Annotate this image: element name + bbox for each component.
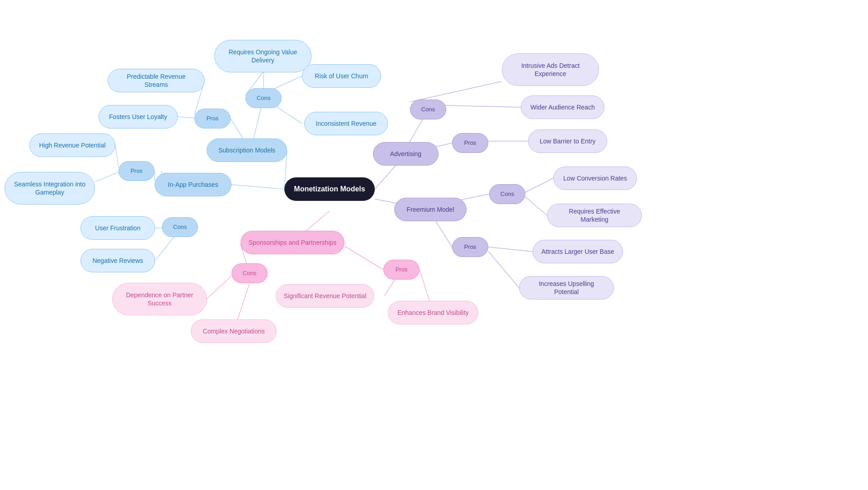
sponsorships-label: Sponsorships and Partnerships: [249, 238, 337, 247]
intrusive-ads-label: Intrusive Ads Detract Experience: [509, 62, 591, 78]
risk-churn-label: Risk of User Churn: [315, 72, 368, 80]
low-barrier-node: Low Barrier to Entry: [528, 129, 607, 153]
requires-marketing-node: Requires Effective Marketing: [547, 204, 642, 227]
iap-pros-node: Pros: [118, 161, 155, 181]
sp-pros-label: Pros: [396, 266, 408, 274]
dependence-label: Dependence on Partner Success: [120, 291, 199, 307]
negative-reviews-node: Negative Reviews: [80, 249, 155, 272]
dependence-partner-node: Dependence on Partner Success: [112, 283, 207, 315]
predictable-revenue-label: Predictable Revenue Streams: [115, 72, 197, 89]
fosters-loyalty-label: Fosters User Loyalty: [109, 113, 167, 121]
increases-upselling-node: Increases Upselling Potential: [519, 276, 614, 300]
significant-revenue-node: Significant Revenue Potential: [276, 284, 374, 308]
negative-reviews-label: Negative Reviews: [92, 257, 143, 265]
high-revenue-node: High Revenue Potential: [29, 133, 115, 157]
subscription-label: Subscription Models: [218, 146, 275, 154]
in-app-purchases-node: In-App Purchases: [155, 173, 231, 196]
freemium-model-node: Freemium Model: [394, 198, 467, 221]
subscription-models-node: Subscription Models: [207, 138, 287, 162]
inconsistent-revenue-node: Inconsistent Revenue: [304, 112, 388, 135]
adv-cons-label: Cons: [421, 106, 435, 114]
svg-line-26: [525, 178, 553, 192]
wider-audience-label: Wider Audience Reach: [530, 103, 594, 111]
svg-line-8: [95, 172, 118, 182]
complex-neg-label: Complex Negotiations: [203, 327, 265, 335]
intrusive-ads-node: Intrusive Ads Detract Experience: [502, 53, 599, 86]
fosters-loyalty-node: Fosters User Loyalty: [99, 105, 178, 128]
requires-ongoing-label: Requires Ongoing Value Delivery: [222, 48, 304, 64]
predictable-revenue-node: Predictable Revenue Streams: [108, 69, 205, 92]
increases-upselling-label: Increases Upselling Potential: [527, 280, 606, 296]
low-conversion-node: Low Conversion Rates: [553, 167, 637, 190]
center-node: Monetization Models: [284, 177, 375, 201]
wider-audience-node: Wider Audience Reach: [521, 95, 604, 119]
svg-line-0: [231, 185, 284, 189]
adv-cons-node: Cons: [410, 100, 446, 119]
enhances-brand-label: Enhances Brand Visibility: [397, 309, 469, 317]
sub-pros-node: Pros: [194, 109, 231, 128]
sub-pros-label: Pros: [207, 115, 219, 123]
sp-pros-node: Pros: [383, 260, 420, 280]
inconsistent-revenue-label: Inconsistent Revenue: [316, 119, 377, 128]
sponsorships-node: Sponsorships and Partnerships: [241, 231, 344, 254]
svg-line-28: [488, 247, 533, 252]
svg-line-7: [115, 145, 118, 167]
low-barrier-label: Low Barrier to Entry: [540, 137, 596, 145]
seamless-label: Seamless Integration into Gameplay: [12, 180, 87, 196]
requires-marketing-label: Requires Effective Marketing: [555, 207, 634, 224]
seamless-integration-node: Seamless Integration into Gameplay: [5, 172, 95, 205]
sp-cons-node: Cons: [231, 263, 268, 283]
risk-churn-node: Risk of User Churn: [302, 64, 381, 88]
user-frustration-node: User Frustration: [80, 216, 155, 240]
attracts-larger-node: Attracts Larger User Base: [533, 240, 623, 263]
adv-pros-node: Pros: [452, 133, 488, 153]
iap-cons-label: Cons: [173, 224, 187, 231]
iap-cons-node: Cons: [162, 217, 198, 237]
requires-ongoing-node: Requires Ongoing Value Delivery: [214, 40, 311, 72]
attracts-larger-label: Attracts Larger User Base: [541, 247, 614, 256]
user-frustration-label: User Frustration: [95, 224, 140, 232]
advertising-node: Advertising: [373, 142, 439, 166]
sp-cons-label: Cons: [243, 270, 256, 277]
free-pros-label: Pros: [464, 243, 476, 251]
significant-revenue-label: Significant Revenue Potential: [284, 292, 367, 300]
in-app-label: In-App Purchases: [168, 181, 218, 189]
svg-line-32: [207, 276, 231, 299]
enhances-brand-node: Enhances Brand Visibility: [388, 301, 478, 324]
sub-cons-label: Cons: [257, 95, 270, 102]
advertising-label: Advertising: [390, 150, 421, 158]
freemium-label: Freemium Model: [406, 205, 454, 214]
iap-pros-label: Pros: [131, 167, 143, 175]
svg-line-31: [344, 246, 383, 270]
adv-pros-label: Pros: [464, 139, 476, 147]
svg-line-21: [410, 81, 502, 102]
svg-line-29: [488, 251, 519, 288]
free-cons-node: Cons: [489, 184, 525, 204]
complex-negotiations-node: Complex Negotiations: [191, 319, 277, 343]
high-revenue-label: High Revenue Potential: [39, 141, 105, 149]
center-label: Monetization Models: [294, 185, 365, 194]
svg-line-27: [525, 197, 547, 215]
low-conversion-label: Low Conversion Rates: [563, 174, 627, 182]
sub-cons-node: Cons: [245, 88, 282, 108]
free-cons-label: Cons: [500, 190, 514, 198]
free-pros-node: Pros: [452, 237, 488, 257]
